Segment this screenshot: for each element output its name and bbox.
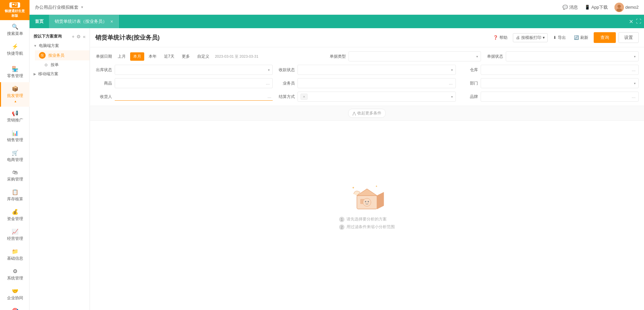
- refresh-label: 刷新: [580, 35, 588, 41]
- tree-item-by-order[interactable]: ⚙ 按单: [35, 60, 90, 69]
- filter-date: 单据日期 上月 本月 本年 近7天 更多 自定义 2023-03-01 至 20…: [95, 52, 324, 61]
- app-download-btn[interactable]: 📱 App下载: [585, 4, 608, 10]
- inventory-icon: 📋: [3, 189, 28, 195]
- window-max-btn[interactable]: ⛶: [636, 18, 641, 24]
- sidebar-item-ecommerce[interactable]: 🛒 电商管理: [0, 146, 30, 166]
- salesperson-select[interactable]: …: [298, 78, 455, 88]
- collapse-icon: ⋀: [353, 111, 356, 116]
- export-icon: ⬇: [553, 35, 556, 40]
- print-template-btn[interactable]: 🖨 按模板打印 ▾: [513, 33, 548, 42]
- purchase-icon: 🛍: [3, 169, 28, 175]
- print-icon: 🖨: [516, 35, 520, 40]
- settlement-select[interactable]: × ▾: [298, 92, 455, 102]
- add-scheme-btn[interactable]: +: [72, 34, 74, 39]
- tree-section-pc: ▼ 电脑端方案: [30, 41, 90, 50]
- logo-icon: [9, 2, 20, 8]
- out-status-select[interactable]: ▾: [115, 65, 273, 75]
- settings-button[interactable]: 设置: [619, 32, 639, 43]
- empty-illustration: ✦ ✦: [347, 179, 387, 212]
- sidebar-item-basic-info[interactable]: 📁 基础信息: [0, 245, 30, 265]
- date-last-7days-btn[interactable]: 近7天: [161, 52, 177, 61]
- sidebar-item-sales[interactable]: 📊 销售管理: [0, 126, 30, 146]
- user-menu[interactable]: demo2: [614, 3, 639, 12]
- payment-status-select[interactable]: ▾: [298, 65, 455, 75]
- avatar: [614, 3, 624, 12]
- date-this-month-btn[interactable]: 本月: [130, 52, 144, 61]
- filter-type: 单据类型 ▾: [329, 51, 481, 61]
- date-label: 单据日期: [95, 54, 112, 59]
- goods-control: …: [115, 78, 273, 88]
- refresh-btn[interactable]: 🔄 刷新: [571, 34, 591, 42]
- tree-expand-icon[interactable]: ▼: [34, 44, 37, 48]
- sidebar-item-label: 批发管理: [3, 93, 28, 99]
- export-btn[interactable]: ⬇ 导出: [550, 34, 569, 42]
- sidebar-item-quick-nav[interactable]: ⚡ 快捷导航: [0, 40, 30, 60]
- collapse-panel-btn[interactable]: «: [83, 34, 86, 39]
- status-select[interactable]: ▾: [506, 51, 639, 61]
- sidebar-item-operations[interactable]: 📈 经营管理: [0, 225, 30, 245]
- out-status-label: 出库状态: [95, 67, 112, 73]
- sidebar-item-finance[interactable]: 💰 资金管理: [0, 205, 30, 225]
- collapse-conditions-btn[interactable]: ⋀ 收起更多条件: [348, 109, 386, 118]
- breadcrumb-dropdown[interactable]: ▾: [81, 5, 83, 9]
- sidebar-item-purchase[interactable]: 🛍 采购管理: [0, 166, 30, 186]
- svg-point-11: [363, 198, 371, 206]
- sidebar-item-label: 零售管理: [3, 73, 28, 79]
- svg-point-6: [616, 8, 622, 12]
- filter-payment-status: 收款状态 ▾: [278, 65, 455, 75]
- sidebar-item-system[interactable]: ⚙ 系统管理: [0, 265, 30, 285]
- filter-receiver: 收货人 …: [95, 93, 273, 101]
- tab-close-btn[interactable]: ×: [110, 19, 113, 24]
- query-button[interactable]: 查询: [594, 32, 616, 43]
- help-btn[interactable]: ❓ 帮助: [490, 34, 510, 42]
- left-panel: 按以下方案查询 + ⚙ « ▼ 电脑端方案 按 按业务员 ⚙ 按单: [30, 28, 90, 310]
- search-icon: 🔍: [3, 23, 28, 30]
- filter-out-status: 出库状态 ▾: [95, 65, 273, 75]
- status-control: ▾: [506, 51, 639, 61]
- filter-settlement: 结算方式 × ▾: [278, 92, 455, 102]
- sidebar-item-guide[interactable]: 🎯 新手引导: [0, 304, 30, 310]
- sidebar-item-wholesale[interactable]: 📦 批发管理 ▲: [0, 82, 30, 107]
- tab-bar-actions: ✕ ⛶: [626, 15, 644, 28]
- app-download-label: App下载: [591, 4, 608, 10]
- message-btn[interactable]: 💬 消息: [562, 4, 578, 10]
- filter-row-3: 商品 … 业务员 …: [95, 78, 639, 88]
- department-control: ▾: [481, 78, 639, 88]
- receiver-input[interactable]: [115, 93, 273, 100]
- svg-rect-2: [15, 4, 17, 4]
- date-custom-btn[interactable]: 自定义: [194, 52, 212, 61]
- brand-label: 品牌: [461, 94, 478, 100]
- step-2-text: 用过滤条件来缩小分析范围: [346, 224, 395, 230]
- tab-current[interactable]: 销货单统计表（按业务员） ×: [49, 15, 119, 28]
- svg-rect-0: [12, 3, 18, 7]
- sidebar-item-inventory[interactable]: 📋 库存核算: [0, 186, 30, 205]
- sidebar-item-marketing[interactable]: 📢 营销推广: [0, 107, 30, 126]
- tree-item-by-salesperson[interactable]: 按 按业务员: [35, 50, 90, 60]
- brand-select[interactable]: …: [481, 92, 639, 102]
- sidebar-item-cooperation[interactable]: 🤝 企业协同: [0, 285, 30, 304]
- settlement-tag-close[interactable]: ×: [303, 95, 305, 99]
- department-select[interactable]: ▾: [481, 78, 639, 88]
- logo-text: 畅捷通好生意 标版: [5, 9, 25, 18]
- finance-icon: 💰: [3, 209, 28, 215]
- right-panel: 销货单统计表(按业务员) ❓ 帮助 🖨 按模板打印 ▾ ⬇ 导出: [90, 28, 644, 310]
- sidebar-item-retail[interactable]: 🏪 零售管理: [0, 62, 30, 82]
- tree-expand-mobile-icon[interactable]: ▶: [34, 72, 36, 76]
- type-select[interactable]: ▾: [348, 51, 481, 61]
- warehouse-select[interactable]: …: [481, 65, 639, 75]
- breadcrumb: 办公用品行业模拟账套: [35, 4, 78, 10]
- goods-select[interactable]: …: [115, 78, 273, 88]
- date-last-month-btn[interactable]: 上月: [115, 52, 129, 61]
- print-arrow-icon: ▾: [543, 35, 545, 40]
- date-more-btn[interactable]: 更多: [179, 52, 193, 61]
- settings-scheme-btn[interactable]: ⚙: [76, 34, 81, 39]
- message-label: 消息: [569, 4, 578, 10]
- tab-home[interactable]: 首页: [30, 15, 49, 28]
- window-close-btn[interactable]: ✕: [629, 18, 633, 25]
- date-this-year-btn[interactable]: 本年: [146, 52, 160, 61]
- status-label: 单据状态: [486, 54, 503, 59]
- collapse-label: 收起更多条件: [357, 110, 381, 116]
- receiver-control: …: [115, 93, 273, 101]
- sidebar-item-search[interactable]: 🔍 搜索菜单: [0, 20, 30, 40]
- payment-status-control: ▾: [298, 65, 455, 75]
